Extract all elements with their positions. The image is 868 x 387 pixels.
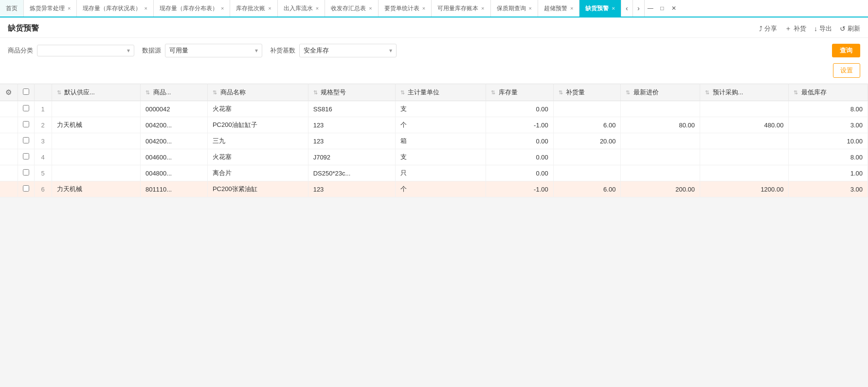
- col-gear[interactable]: ⚙: [0, 84, 18, 101]
- row-spec: 123: [308, 133, 395, 149]
- tab-inout[interactable]: 出入库流水 ×: [278, 0, 325, 17]
- tab-inout-close[interactable]: ×: [316, 5, 319, 11]
- row-select-checkbox[interactable]: [23, 121, 29, 127]
- row-min-stock: 8.00: [789, 101, 868, 117]
- row-gear-cell: [0, 101, 18, 117]
- tab-overstock-close[interactable]: ×: [570, 5, 573, 11]
- row-number: 2: [34, 117, 52, 133]
- tab-exception-close[interactable]: ×: [68, 5, 71, 11]
- row-min-stock: 1.00: [789, 165, 868, 181]
- tab-overstock[interactable]: 超储预警 ×: [538, 0, 579, 17]
- col-latest-price[interactable]: ⇅ 最新进价: [621, 84, 700, 101]
- row-supplier: [52, 133, 140, 149]
- replenish-base-select[interactable]: 安全库存 ▾: [299, 44, 397, 57]
- tab-available-close[interactable]: ×: [481, 5, 484, 11]
- tab-inventory-status-close[interactable]: ×: [144, 5, 147, 11]
- tab-expiry-close[interactable]: ×: [529, 5, 532, 11]
- row-select-checkbox[interactable]: [23, 137, 29, 143]
- filter-row2: 设置: [0, 63, 868, 84]
- tab-batch-close[interactable]: ×: [268, 5, 271, 11]
- window-close-btn[interactable]: ✕: [668, 0, 680, 17]
- col-default-supplier[interactable]: ⇅ 默认供应...: [52, 84, 140, 101]
- tab-batch[interactable]: 库存批次账 ×: [230, 0, 277, 17]
- tab-receipt[interactable]: 收发存汇总表 ×: [325, 0, 378, 17]
- datasource-value: 可用量: [169, 46, 188, 55]
- share-action[interactable]: ⤴ 分享: [759, 24, 777, 33]
- row-product-name: PC200油缸缸子: [207, 117, 308, 133]
- filter-bar: 商品分类 ▾ 数据源 可用量 ▾ 补货基数 安全库存 ▾ 查询: [0, 38, 868, 63]
- tab-expiry[interactable]: 保质期查询 ×: [491, 0, 538, 17]
- row-stock: 0.00: [486, 149, 554, 165]
- sort-price-icon: ⇅: [626, 89, 630, 95]
- tab-prev-btn[interactable]: ‹: [621, 0, 633, 17]
- row-replenish: [553, 165, 621, 181]
- col-min-stock[interactable]: ⇅ 最低库存: [789, 84, 868, 101]
- tab-shortage[interactable]: 缺货预警 ×: [579, 0, 621, 17]
- tab-home[interactable]: 首页: [0, 0, 24, 17]
- row-select-checkbox[interactable]: [23, 185, 29, 192]
- tab-inventory-dist-close[interactable]: ×: [221, 5, 224, 11]
- row-spec: DS250*23c...: [308, 165, 395, 181]
- export-icon: ↓: [814, 25, 817, 33]
- refresh-action[interactable]: ↺ 刷新: [840, 24, 860, 33]
- column-settings-icon[interactable]: ⚙: [5, 88, 12, 96]
- row-stock: 0.00: [486, 165, 554, 181]
- row-spec: SS816: [308, 101, 395, 117]
- tab-inventory-status[interactable]: 现存量（库存状况表） ×: [77, 0, 153, 17]
- col-select-all[interactable]: [18, 84, 34, 101]
- col-est-purchase[interactable]: ⇅ 预计采购...: [700, 84, 788, 101]
- tab-receipt-close[interactable]: ×: [369, 5, 372, 11]
- category-select[interactable]: ▾: [37, 45, 134, 56]
- row-product-name: 三九: [207, 133, 308, 149]
- tab-exception[interactable]: 炼货异常处理 ×: [24, 0, 77, 17]
- tab-available[interactable]: 可用量库存账本 ×: [432, 0, 490, 17]
- row-checkbox-cell[interactable]: [18, 101, 34, 117]
- row-supplier: 力天机械: [52, 181, 140, 197]
- export-action[interactable]: ↓ 导出: [814, 24, 832, 33]
- window-min-btn[interactable]: —: [645, 0, 656, 17]
- row-select-checkbox[interactable]: [23, 169, 29, 176]
- row-number: 5: [34, 165, 52, 181]
- col-spec[interactable]: ⇅ 规格型号: [308, 84, 395, 101]
- table-body: 1 0000042 火花塞 SS816 支 0.00 8.00 2 力天机械 0…: [0, 101, 868, 197]
- col-unit[interactable]: ⇅ 主计量单位: [395, 84, 486, 101]
- replenish-action[interactable]: ＋ 补货: [785, 24, 806, 33]
- tab-requisition-close[interactable]: ×: [422, 5, 425, 11]
- row-checkbox-cell[interactable]: [18, 165, 34, 181]
- replenish-base-value: 安全库存: [304, 46, 329, 55]
- datasource-select[interactable]: 可用量 ▾: [165, 44, 262, 57]
- row-gear-cell: [0, 165, 18, 181]
- row-checkbox-cell[interactable]: [18, 133, 34, 149]
- row-supplier: [52, 101, 140, 117]
- col-stock[interactable]: ⇅ 库存量: [486, 84, 554, 101]
- select-all-checkbox[interactable]: [23, 88, 29, 95]
- tab-requisition[interactable]: 要货单统计表 ×: [379, 0, 432, 17]
- settings-button[interactable]: 设置: [833, 63, 860, 78]
- row-unit: 只: [395, 165, 486, 181]
- page-header: 缺货预警 ⤴ 分享 ＋ 补货 ↓ 导出 ↺ 刷新: [0, 18, 868, 38]
- tab-next-btn[interactable]: ›: [633, 0, 645, 17]
- row-unit: 支: [395, 149, 486, 165]
- col-rownum: [34, 84, 52, 101]
- main-content: 缺货预警 ⤴ 分享 ＋ 补货 ↓ 导出 ↺ 刷新 商品分类: [0, 18, 868, 197]
- row-checkbox-cell[interactable]: [18, 117, 34, 133]
- tab-inventory-dist[interactable]: 现存量（库存分布表） ×: [154, 0, 230, 17]
- row-latest-price: [621, 133, 700, 149]
- row-product-code: 0000042: [140, 101, 207, 117]
- row-checkbox-cell[interactable]: [18, 149, 34, 165]
- col-product-code[interactable]: ⇅ 商品...: [140, 84, 207, 101]
- col-replenish[interactable]: ⇅ 补货量: [553, 84, 621, 101]
- data-table: ⚙ ⇅ 默认供应... ⇅ 商品... ⇅: [0, 84, 868, 197]
- replenish-icon: ＋: [785, 24, 792, 33]
- row-supplier: [52, 165, 140, 181]
- row-checkbox-cell[interactable]: [18, 181, 34, 197]
- row-product-code: 004200...: [140, 133, 207, 149]
- row-select-checkbox[interactable]: [23, 105, 29, 111]
- tab-shortage-close[interactable]: ×: [612, 5, 615, 11]
- row-select-checkbox[interactable]: [23, 153, 29, 159]
- datasource-filter-group: 数据源 可用量 ▾: [142, 44, 262, 57]
- query-button[interactable]: 查询: [832, 44, 860, 57]
- window-max-btn[interactable]: □: [656, 0, 668, 17]
- table-row: 5 004800... 离合片 DS250*23c... 只 0.00 1.00: [0, 165, 868, 181]
- col-product-name[interactable]: ⇅ 商品名称: [207, 84, 308, 101]
